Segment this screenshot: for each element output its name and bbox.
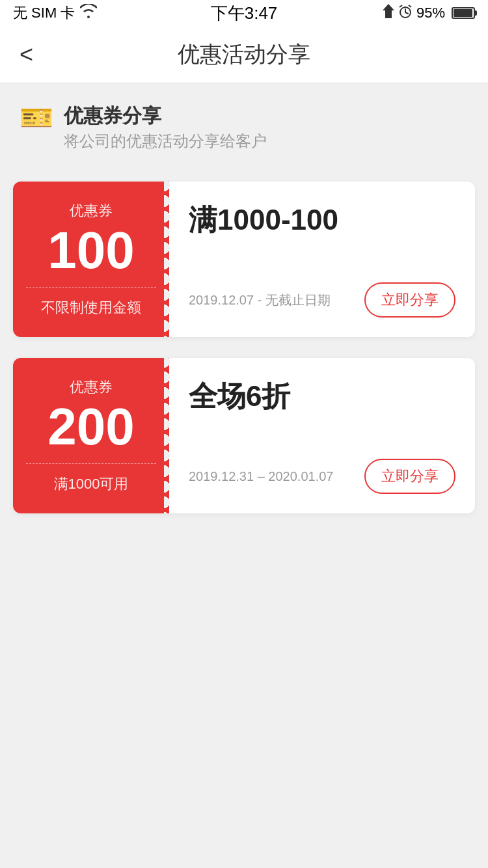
alarm-icon bbox=[398, 4, 413, 22]
coupon-2-value: 200 bbox=[47, 401, 134, 453]
section-header: 🎫 优惠券分享 将公司的优惠活动分享给客户 bbox=[0, 83, 488, 165]
coupon-1-date: 2019.12.07 - 无截止日期 bbox=[189, 292, 364, 309]
location-icon bbox=[383, 4, 394, 22]
svg-line-3 bbox=[400, 5, 402, 7]
coupon-2-right: 全场6折 2019.12.31 – 2020.01.07 立即分享 bbox=[169, 358, 475, 513]
coupon-2-type: 优惠券 bbox=[70, 377, 113, 397]
coupon-card-1: 优惠券 100 不限制使用金额 满1000-100 2019.12.07 - 无… bbox=[13, 182, 475, 337]
status-left: 无 SIM 卡 bbox=[13, 3, 97, 23]
coupon-1-title: 满1000-100 bbox=[189, 201, 455, 239]
status-right: 95% bbox=[383, 4, 475, 22]
status-bar: 无 SIM 卡 下午3:47 95% bbox=[0, 0, 488, 26]
status-time: 下午3:47 bbox=[211, 2, 278, 25]
back-button[interactable]: < bbox=[20, 41, 33, 68]
svg-line-4 bbox=[409, 5, 411, 7]
wifi-icon bbox=[80, 4, 97, 22]
section-text: 优惠券分享 将公司的优惠活动分享给客户 bbox=[64, 103, 267, 152]
coupon-card-2: 优惠券 200 满1000可用 全场6折 2019.12.31 – 2020.0… bbox=[13, 358, 475, 513]
section-icon: 🎫 bbox=[20, 104, 53, 131]
coupon-1-type: 优惠券 bbox=[70, 201, 113, 221]
coupon-2-date: 2019.12.31 – 2020.01.07 bbox=[189, 469, 364, 484]
carrier-text: 无 SIM 卡 bbox=[13, 3, 75, 23]
section-subtitle: 将公司的优惠活动分享给客户 bbox=[64, 131, 267, 152]
bottom-spacer bbox=[0, 530, 488, 791]
coupon-1-right: 满1000-100 2019.12.07 - 无截止日期 立即分享 bbox=[169, 182, 475, 337]
page-title: 优惠活动分享 bbox=[178, 40, 310, 70]
share-button-1[interactable]: 立即分享 bbox=[364, 282, 455, 318]
coupon-list: 优惠券 100 不限制使用金额 满1000-100 2019.12.07 - 无… bbox=[0, 165, 488, 530]
coupon-1-value: 100 bbox=[47, 224, 134, 277]
coupon-2-footer: 2019.12.31 – 2020.01.07 立即分享 bbox=[189, 459, 455, 494]
share-button-2[interactable]: 立即分享 bbox=[364, 459, 455, 494]
coupon-1-footer: 2019.12.07 - 无截止日期 立即分享 bbox=[189, 282, 455, 318]
battery-icon bbox=[452, 7, 475, 19]
battery-text: 95% bbox=[416, 5, 445, 21]
coupon-1-condition: 不限制使用金额 bbox=[41, 298, 141, 318]
nav-bar: < 优惠活动分享 bbox=[0, 26, 488, 83]
svg-line-2 bbox=[405, 12, 408, 14]
coupon-2-condition: 满1000可用 bbox=[54, 474, 129, 494]
coupon-2-title: 全场6折 bbox=[189, 377, 455, 416]
section-title: 优惠券分享 bbox=[64, 103, 267, 128]
